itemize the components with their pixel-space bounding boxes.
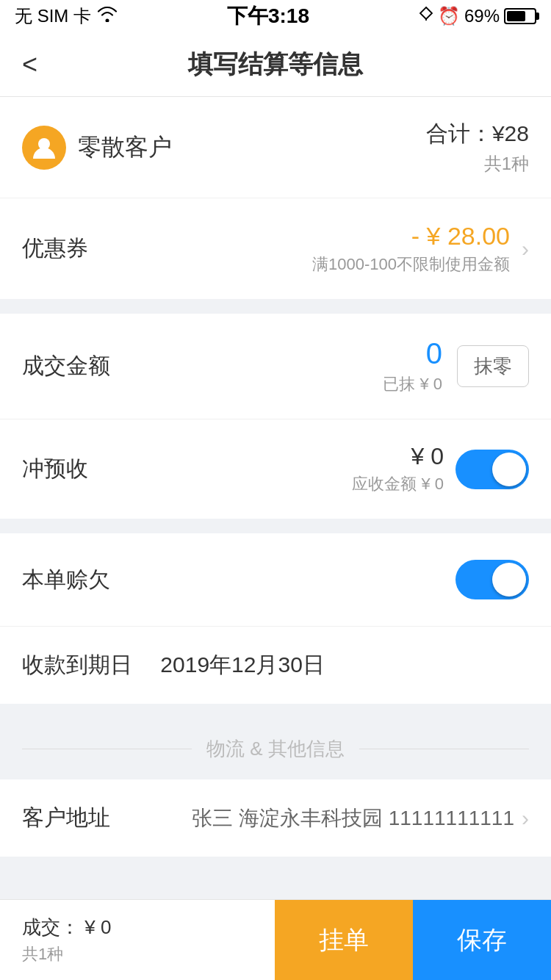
prepay-row: 冲预收 ¥ 0 应收金额 ¥ 0 xyxy=(0,419,551,519)
bottom-summary: 成交： ¥ 0 共1种 xyxy=(0,900,275,980)
coupon-subtext: 满1000-100不限制使用金额 xyxy=(312,253,510,275)
status-bar: 无 SIM 卡 下午3:18 ⏰ 69% xyxy=(0,0,551,32)
bottom-bar: 成交： ¥ 0 共1种 挂单 保存 xyxy=(0,899,551,980)
amount-value-wrap: 0 已抹 ¥ 0 xyxy=(383,337,442,395)
address-row[interactable]: 客户地址 张三 海淀永丰科技园 11111111111 › xyxy=(0,779,551,857)
due-date-row: 收款到期日 2019年12月30日 xyxy=(0,626,551,704)
prepay-toggle[interactable] xyxy=(455,450,529,489)
address-value: 张三 海淀永丰科技园 11111111111 xyxy=(125,804,514,832)
save-button[interactable]: 保存 xyxy=(413,900,551,980)
coupon-discount: - ¥ 28.00 xyxy=(312,222,510,251)
coupon-row[interactable]: 优惠券 - ¥ 28.00 满1000-100不限制使用金额 › xyxy=(0,198,551,299)
amount-section: 成交金额 0 已抹 ¥ 0 抹零 冲预收 ¥ 0 应收金额 ¥ 0 xyxy=(0,314,551,519)
prepay-amount: ¥ 0 xyxy=(352,443,444,470)
alarm-icon: ⏰ xyxy=(438,6,460,26)
round-button[interactable]: 抹零 xyxy=(457,345,529,387)
coupon-value-wrap: - ¥ 28.00 满1000-100不限制使用金额 xyxy=(312,222,510,275)
bottom-deal-label: 成交： xyxy=(22,916,79,938)
back-button[interactable]: < xyxy=(22,49,37,80)
status-left: 无 SIM 卡 xyxy=(15,4,118,28)
logistics-line-right xyxy=(359,749,529,749)
status-time: 下午3:18 xyxy=(227,2,309,30)
customer-row: 零散客户 合计：¥28 共1种 xyxy=(0,97,551,198)
customer-section: 零散客户 合计：¥28 共1种 优惠券 - ¥ 28.00 满1000-100不… xyxy=(0,97,551,299)
amount-row-wrap: 成交金额 0 已抹 ¥ 0 抹零 xyxy=(0,314,551,419)
wifi-icon xyxy=(97,6,118,26)
carrier-text: 无 SIM 卡 xyxy=(15,4,91,28)
amount-label: 成交金额 xyxy=(22,351,110,381)
content: 零散客户 合计：¥28 共1种 优惠券 - ¥ 28.00 满1000-100不… xyxy=(0,97,551,980)
coupon-label: 优惠券 xyxy=(22,234,88,264)
page-title: 填写结算等信息 xyxy=(188,48,363,82)
prepay-value-wrap: ¥ 0 应收金额 ¥ 0 xyxy=(352,443,444,495)
amount-value: 0 xyxy=(383,337,442,370)
customer-name: 零散客户 xyxy=(78,131,172,164)
logistics-header: 物流 & 其他信息 xyxy=(0,718,551,779)
address-chevron-icon: › xyxy=(522,806,529,831)
toggle-knob xyxy=(492,453,526,486)
bottom-deal-amount: ¥ 0 xyxy=(84,916,111,938)
prepay-right: ¥ 0 应收金额 ¥ 0 xyxy=(352,443,529,495)
amount-subtext: 已抹 ¥ 0 xyxy=(383,373,442,395)
debt-row: 本单赊欠 xyxy=(0,533,551,626)
status-right: ⏰ 69% xyxy=(419,6,536,26)
battery-percent: 69% xyxy=(464,6,500,26)
prepay-subtext: 应收金额 ¥ 0 xyxy=(352,473,444,495)
debt-toggle[interactable] xyxy=(455,560,529,599)
address-section: 客户地址 张三 海淀永丰科技园 11111111111 › xyxy=(0,779,551,857)
logistics-label: 物流 & 其他信息 xyxy=(206,736,345,762)
total-count: 共1种 xyxy=(426,152,529,176)
due-date-value: 2019年12月30日 xyxy=(160,652,324,677)
nav-bar: < 填写结算等信息 xyxy=(0,32,551,97)
amount-right: 0 已抹 ¥ 0 抹零 xyxy=(383,337,529,395)
logistics-line-left xyxy=(22,749,192,749)
debt-section: 本单赊欠 收款到期日 2019年12月30日 xyxy=(0,533,551,704)
prepay-label: 冲预收 xyxy=(22,454,88,484)
coupon-right: - ¥ 28.00 满1000-100不限制使用金额 › xyxy=(312,222,529,275)
hold-button[interactable]: 挂单 xyxy=(275,900,413,980)
customer-summary: 合计：¥28 共1种 xyxy=(426,119,529,176)
debt-label: 本单赊欠 xyxy=(22,565,110,595)
debt-toggle-knob xyxy=(492,563,526,597)
location-icon xyxy=(419,6,433,26)
due-date-label: 收款到期日 xyxy=(22,652,132,677)
address-label: 客户地址 xyxy=(22,803,110,833)
customer-left: 零散客户 xyxy=(22,126,172,170)
amount-row: 成交金额 0 已抹 ¥ 0 抹零 xyxy=(22,337,529,395)
bottom-count: 共1种 xyxy=(22,943,253,965)
bottom-deal-row: 成交： ¥ 0 xyxy=(22,915,253,940)
chevron-right-icon: › xyxy=(522,237,529,262)
avatar xyxy=(22,126,66,170)
total-amount: 合计：¥28 xyxy=(426,119,529,149)
battery-icon xyxy=(504,8,536,24)
